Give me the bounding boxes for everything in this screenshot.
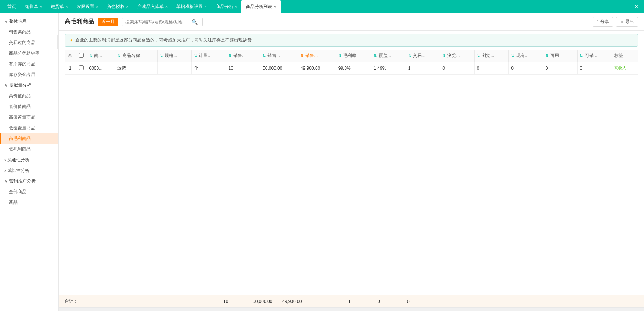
sort-icon-9: ⇅ (374, 54, 377, 58)
header-actions: ⤴ 分享 ⬆ 导出 (593, 17, 638, 27)
table-row: 1 0000... 运费 (65, 62, 638, 75)
share-button[interactable]: ⤴ 分享 (593, 17, 613, 27)
close-purchase-order[interactable]: × (65, 4, 68, 9)
export-icon: ⬆ (620, 19, 624, 25)
cell-code: 0000... (87, 62, 115, 75)
sidebar-item-low-coverage[interactable]: 低覆盖量商品 (0, 123, 58, 133)
cell-transaction: 1 (406, 62, 440, 75)
close-template-settings[interactable]: × (204, 4, 206, 9)
cell-checkbox[interactable] (76, 62, 87, 75)
horizontal-scrollbar[interactable] (59, 307, 644, 311)
th-checkbox[interactable] (76, 50, 87, 62)
product-table: ⚙ ⇅ 商... ⇅ 商品名称 (65, 50, 638, 75)
th-tag: 标签 (612, 50, 638, 62)
nav-purchase-order[interactable]: 进货单 × (46, 0, 72, 13)
footer-browse1: 0 (375, 299, 405, 304)
arrow-icon-2: ∨ (4, 83, 8, 88)
th-settings[interactable]: ⚙ (65, 50, 76, 62)
footer-spacer2 (309, 299, 346, 304)
nav-sales-order[interactable]: 销售单 × (21, 0, 46, 13)
th-code[interactable]: ⇅ 商... (87, 50, 115, 62)
nav-permission-settings[interactable]: 权限设置 × (72, 0, 102, 13)
nav-home[interactable]: 首页 (3, 0, 21, 13)
th-browse1[interactable]: ⇅ 浏览... (440, 50, 474, 62)
th-sellable-stock[interactable]: ⇅ 可销... (578, 50, 612, 62)
th-coverage[interactable]: ⇅ 覆盖... (371, 50, 406, 62)
sidebar-item-low-margin[interactable]: 低毛利商品 (0, 144, 58, 155)
footer-values: 10 50,000.00 49,900.00 1 0 0 (85, 299, 638, 304)
sidebar-group-overall[interactable]: ∨ 整体信息 (0, 16, 58, 27)
sidebar-item-new-products[interactable]: 新品 (0, 197, 58, 208)
sort-icon-6: ⇅ (263, 54, 266, 58)
th-gross-rate[interactable]: ⇅ 毛利率 (336, 50, 371, 62)
cell-gross-rate: 99.8% (336, 62, 371, 75)
nav-product-warehousing[interactable]: 产成品入库单 × (133, 0, 172, 13)
nav-role-auth[interactable]: 角色授权 × (102, 0, 133, 13)
th-spec[interactable]: ⇅ 规格... (157, 50, 191, 62)
sidebar-group-liquidity[interactable]: › 流通性分析 (0, 155, 58, 165)
info-banner: ✦ 企业的主要的利润都是这部分商品创造的，可考虑加大推广，同时关注库存是不要出现… (65, 34, 638, 47)
sort-icon-13: ⇅ (511, 54, 514, 58)
search-input[interactable] (125, 19, 191, 25)
th-browse2[interactable]: ⇅ 浏览... (474, 50, 508, 62)
close-sales-order[interactable]: × (40, 4, 42, 9)
row-checkbox[interactable] (79, 65, 84, 70)
cell-unit: 个 (192, 62, 226, 75)
export-button[interactable]: ⬆ 导出 (616, 17, 638, 27)
sort-icon-15: ⇅ (580, 54, 583, 58)
sort-icon-2: ⇅ (117, 54, 120, 58)
close-permission-settings[interactable]: × (96, 4, 98, 9)
th-sales1[interactable]: ⇅ 销售... (226, 50, 260, 62)
cell-coverage: 1.49% (371, 62, 406, 75)
main-layout: « ∨ 整体信息 销售类商品 交易过的商品 商品分类助销率 有库存的商品 库存资… (0, 13, 644, 311)
sidebar-item-high-coverage[interactable]: 高覆盖量商品 (0, 112, 58, 123)
nav-product-analysis[interactable]: 商品分析 × (211, 0, 241, 13)
th-name[interactable]: ⇅ 商品名称 (115, 50, 157, 62)
settings-icon[interactable]: ⚙ (68, 53, 72, 58)
th-sales3[interactable]: ⇅ 销售... (298, 50, 336, 62)
sidebar-item-low-value[interactable]: 低价值商品 (0, 101, 58, 112)
cell-spec (157, 62, 191, 75)
sort-icon-5: ⇅ (229, 54, 231, 58)
table-container: ⚙ ⇅ 商... ⇅ 商品名称 (59, 50, 644, 295)
th-unit[interactable]: ⇅ 计量... (192, 50, 226, 62)
th-current-stock[interactable]: ⇅ 现有... (509, 50, 543, 62)
cell-sales1: 10 (226, 62, 260, 75)
sidebar-item-high-value[interactable]: 高价值商品 (0, 91, 58, 101)
close-all-tabs[interactable]: × (632, 3, 641, 10)
sidebar-item-all-products[interactable]: 全部商品 (0, 187, 58, 197)
nav-product-analysis-list[interactable]: 商品分析列表 × (241, 0, 280, 13)
close-product-warehousing[interactable]: × (165, 4, 168, 9)
period-button[interactable]: 近一月 (98, 18, 118, 26)
cell-current-stock: 0 (509, 62, 543, 75)
sidebar-item-sales-products[interactable]: 销售类商品 (0, 27, 58, 37)
close-product-analysis[interactable]: × (235, 4, 237, 9)
search-icon[interactable]: 🔍 (191, 19, 198, 25)
top-navigation: 首页 销售单 × 进货单 × 权限设置 × 角色授权 × 产成品入库单 × 单据… (0, 0, 644, 13)
footer-transaction: 1 (346, 299, 375, 304)
close-product-analysis-list[interactable]: × (274, 4, 276, 9)
th-transaction[interactable]: ⇅ 交易... (406, 50, 440, 62)
sidebar-group-marketing[interactable]: ∨ 营销推广分析 (0, 176, 58, 187)
arrow-icon: ∨ (4, 19, 8, 24)
nav-template-settings[interactable]: 单据模板设置 × (172, 0, 211, 13)
select-all-checkbox[interactable] (79, 53, 84, 58)
close-role-auth[interactable]: × (126, 4, 128, 9)
th-sales2[interactable]: ⇅ 销售... (260, 50, 298, 62)
sidebar-item-in-stock-products[interactable]: 有库存的商品 (0, 59, 58, 69)
cell-sellable-stock: 0 (578, 62, 612, 75)
info-icon: ✦ (69, 38, 73, 43)
footer-cell-spacer1 (85, 299, 221, 304)
sidebar-item-traded-products[interactable]: 交易过的商品 (0, 37, 58, 48)
sidebar-group-growth[interactable]: › 成长性分析 (0, 165, 58, 176)
sort-icon-14: ⇅ (546, 54, 548, 58)
cell-browse1[interactable]: 0 (440, 62, 474, 75)
sidebar-item-high-margin[interactable]: 高毛利商品 (0, 133, 58, 144)
sidebar-item-stock-fund-occupation[interactable]: 库存资金占用 (0, 69, 58, 80)
sidebar-item-category-sales-rate[interactable]: 商品分类助销率 (0, 48, 58, 59)
cell-browse2: 0 (474, 62, 508, 75)
footer-browse2: 0 (405, 299, 434, 304)
sort-icon-3: ⇅ (160, 54, 163, 58)
sidebar-group-contribution[interactable]: ∨ 贡献量分析 (0, 80, 58, 91)
th-available-stock[interactable]: ⇅ 可用... (543, 50, 577, 62)
